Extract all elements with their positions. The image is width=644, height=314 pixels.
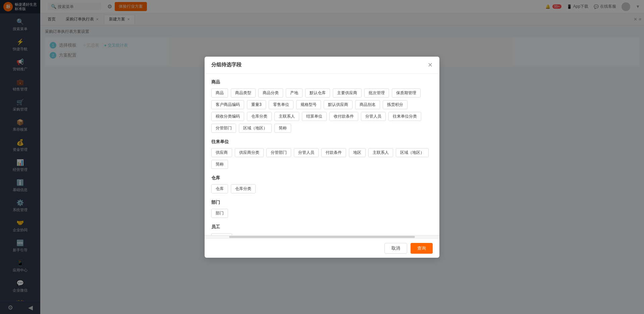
field-chip-2-1[interactable]: 仓库分类 xyxy=(231,184,256,193)
field-chip-0-1[interactable]: 商品类型 xyxy=(231,88,256,98)
field-chip-0-9[interactable]: 重量3 xyxy=(247,100,266,109)
field-group-2: 仓库仓库仓库分类 xyxy=(211,175,433,193)
confirm-button[interactable]: 查询 xyxy=(411,243,433,254)
field-chip-3-0[interactable]: 部门 xyxy=(211,209,228,218)
modal-close-btn[interactable]: ✕ xyxy=(428,61,433,69)
field-chip-0-8[interactable]: 客户商品编码 xyxy=(211,100,244,109)
field-chip-0-16[interactable]: 仓库分类 xyxy=(247,112,272,121)
modal-field-select: 分组待选字段 ✕ 商品商品商品类型商品分类产地默认仓库主要供应商批次管理保质期管… xyxy=(205,57,439,258)
field-chip-0-20[interactable]: 分管人员 xyxy=(361,112,386,121)
field-group-4: 员工业务员 xyxy=(211,224,433,235)
field-chip-1-6[interactable]: 主联系人 xyxy=(368,148,393,157)
field-chip-0-21[interactable]: 往来单位分类 xyxy=(388,112,421,121)
field-chip-0-2[interactable]: 商品分类 xyxy=(258,88,283,98)
field-chip-0-3[interactable]: 产地 xyxy=(286,88,303,98)
field-chip-0-13[interactable]: 商品别名 xyxy=(355,100,380,109)
field-chip-0-10[interactable]: 零售单位 xyxy=(269,100,293,109)
field-group-title-0: 商品 xyxy=(211,79,433,85)
field-chip-1-7[interactable]: 区域（地区） xyxy=(396,148,429,157)
modal-overlay: 分组待选字段 ✕ 商品商品商品类型商品分类产地默认仓库主要供应商批次管理保质期管… xyxy=(0,0,644,314)
field-chip-2-0[interactable]: 仓库 xyxy=(211,184,228,193)
field-chip-0-11[interactable]: 规格型号 xyxy=(296,100,321,109)
field-chips-2: 仓库仓库分类 xyxy=(211,184,433,193)
field-chip-1-4[interactable]: 付款条件 xyxy=(321,148,346,157)
field-group-1: 往来单位供应商供应商分类分管部门分管人员付款条件地区主联系人区域（地区）简称 xyxy=(211,139,433,169)
modal-header: 分组待选字段 ✕ xyxy=(205,57,439,74)
field-chip-1-1[interactable]: 供应商分类 xyxy=(235,148,264,157)
field-chip-0-15[interactable]: 税收分类编码 xyxy=(211,112,244,121)
field-chip-0-24[interactable]: 简称 xyxy=(274,124,291,133)
field-chip-1-8[interactable]: 简称 xyxy=(211,160,228,169)
field-chip-0-22[interactable]: 分管部门 xyxy=(211,124,236,133)
field-chip-0-18[interactable]: 结算单位 xyxy=(302,112,327,121)
modal-hscroll-bar xyxy=(229,236,415,238)
modal-title: 分组待选字段 xyxy=(211,62,241,68)
field-chips-3: 部门 xyxy=(211,209,433,218)
field-chip-0-23[interactable]: 区域（地区） xyxy=(239,124,272,133)
field-chip-0-6[interactable]: 批次管理 xyxy=(364,88,389,98)
field-chips-0: 商品商品类型商品分类产地默认仓库主要供应商批次管理保质期管理客户商品编码重量3零… xyxy=(211,88,433,133)
field-chip-1-3[interactable]: 分管人员 xyxy=(294,148,319,157)
field-chip-0-17[interactable]: 主联系人 xyxy=(274,112,299,121)
field-chip-0-19[interactable]: 收付款条件 xyxy=(329,112,358,121)
field-chip-1-2[interactable]: 分管部门 xyxy=(266,148,291,157)
field-chip-1-5[interactable]: 地区 xyxy=(349,148,366,157)
field-group-3: 部门部门 xyxy=(211,199,433,218)
field-chip-0-5[interactable]: 主要供应商 xyxy=(333,88,362,98)
field-chip-0-12[interactable]: 默认供应商 xyxy=(324,100,353,109)
modal-hscroll[interactable] xyxy=(205,235,439,239)
field-group-0: 商品商品商品类型商品分类产地默认仓库主要供应商批次管理保质期管理客户商品编码重量… xyxy=(211,79,433,133)
field-chip-0-14[interactable]: 拣货积分 xyxy=(383,100,408,109)
field-chip-0-7[interactable]: 保质期管理 xyxy=(392,88,421,98)
field-chips-1: 供应商供应商分类分管部门分管人员付款条件地区主联系人区域（地区）简称 xyxy=(211,148,433,169)
modal-body: 商品商品商品类型商品分类产地默认仓库主要供应商批次管理保质期管理客户商品编码重量… xyxy=(205,74,439,235)
field-group-title-2: 仓库 xyxy=(211,175,433,181)
cancel-button[interactable]: 取消 xyxy=(384,243,407,254)
field-group-title-3: 部门 xyxy=(211,199,433,205)
field-chip-1-0[interactable]: 供应商 xyxy=(211,148,232,157)
field-group-title-4: 员工 xyxy=(211,224,433,230)
field-group-title-1: 往来单位 xyxy=(211,139,433,145)
modal-footer: 取消 查询 xyxy=(205,239,439,258)
field-chip-0-0[interactable]: 商品 xyxy=(211,88,228,98)
field-chip-0-4[interactable]: 默认仓库 xyxy=(305,88,330,98)
